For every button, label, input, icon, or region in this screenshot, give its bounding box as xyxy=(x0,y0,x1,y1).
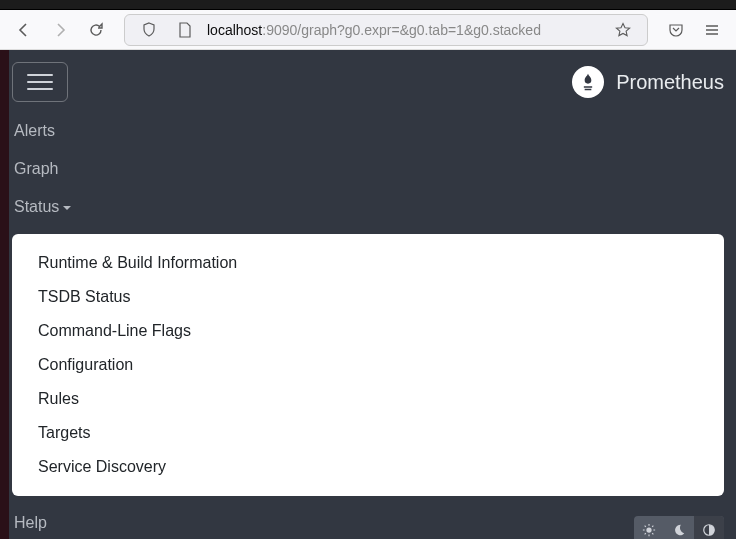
address-bar[interactable]: localhost:9090/graph?g0.expr=&g0.tab=1&g… xyxy=(124,14,648,46)
status-dropdown: Runtime & Build Information TSDB Status … xyxy=(12,234,724,496)
url-text: localhost:9090/graph?g0.expr=&g0.tab=1&g… xyxy=(207,22,601,38)
status-item-service-discovery[interactable]: Service Discovery xyxy=(12,450,724,484)
theme-switcher xyxy=(634,516,724,539)
theme-dark-button[interactable] xyxy=(664,516,694,539)
nav-alerts[interactable]: Alerts xyxy=(12,112,724,150)
pocket-icon[interactable] xyxy=(662,16,690,44)
brand-name: Prometheus xyxy=(616,71,724,94)
app-content: Prometheus Alerts Graph Status Runtime &… xyxy=(0,50,736,539)
browser-toolbar: localhost:9090/graph?g0.expr=&g0.tab=1&g… xyxy=(0,10,736,50)
nav-help[interactable]: Help xyxy=(12,504,724,539)
window-edge xyxy=(0,50,9,539)
status-item-tsdb[interactable]: TSDB Status xyxy=(12,280,724,314)
nav-toggle-button[interactable] xyxy=(12,62,68,102)
svg-point-0 xyxy=(646,527,651,532)
nav-graph[interactable]: Graph xyxy=(12,150,724,188)
forward-button[interactable] xyxy=(46,16,74,44)
shield-icon[interactable] xyxy=(135,16,163,44)
os-topbar xyxy=(0,0,736,10)
nav-status-label: Status xyxy=(14,198,59,216)
status-item-rules[interactable]: Rules xyxy=(12,382,724,416)
theme-auto-button[interactable] xyxy=(694,516,724,539)
back-button[interactable] xyxy=(10,16,38,44)
app-header: Prometheus xyxy=(12,62,724,102)
reload-button[interactable] xyxy=(82,16,110,44)
page-icon xyxy=(171,16,199,44)
status-item-runtime[interactable]: Runtime & Build Information xyxy=(12,246,724,280)
bookmark-star-icon[interactable] xyxy=(609,16,637,44)
status-item-targets[interactable]: Targets xyxy=(12,416,724,450)
menu-icon[interactable] xyxy=(698,16,726,44)
theme-light-button[interactable] xyxy=(634,516,664,539)
prometheus-logo-icon xyxy=(572,66,604,98)
nav-status[interactable]: Status xyxy=(12,188,724,226)
brand[interactable]: Prometheus xyxy=(572,66,724,98)
status-item-flags[interactable]: Command-Line Flags xyxy=(12,314,724,348)
caret-down-icon xyxy=(63,206,71,210)
status-item-config[interactable]: Configuration xyxy=(12,348,724,382)
